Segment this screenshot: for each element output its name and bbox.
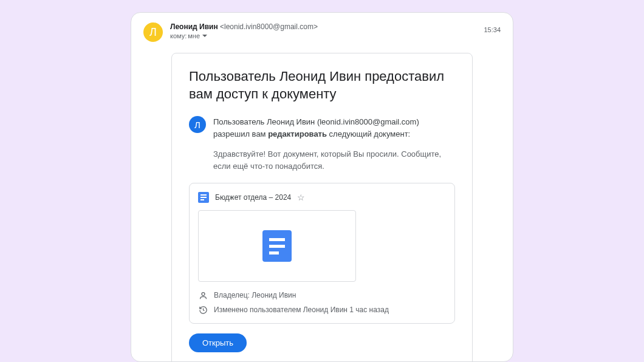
email-card: Л Леонид Ивин <leonid.ivin8000@gmail.com… <box>131 12 513 362</box>
star-icon[interactable]: ☆ <box>297 193 305 202</box>
modified-text: Изменено пользователем Леонид Ивин 1 час… <box>214 306 389 314</box>
email-header: Л Леонид Ивин <leonid.ivin8000@gmail.com… <box>143 22 501 42</box>
sender-name: Леонид Ивин <box>170 22 218 31</box>
sender-email: <leonid.ivin8000@gmail.com> <box>220 22 318 31</box>
recipient-name: мне <box>188 32 200 39</box>
timestamp: 15:34 <box>484 26 501 33</box>
modified-row: Изменено пользователем Леонид Ивин 1 час… <box>198 305 446 315</box>
sender-initial: Л <box>149 26 157 39</box>
share-title: Пользователь Леонид Ивин предоставил вам… <box>189 68 455 103</box>
google-docs-large-icon <box>262 230 292 262</box>
share-action: редактировать <box>268 129 327 138</box>
document-card: Бюджет отдела – 2024 ☆ Владелец: Леонид … <box>189 183 455 324</box>
owner-row: Владелец: Леонид Ивин <box>198 290 446 300</box>
content-panel: Пользователь Леонид Ивин предоставил вам… <box>171 53 473 362</box>
document-preview[interactable] <box>198 210 356 282</box>
open-button[interactable]: Открыть <box>189 333 247 352</box>
google-docs-icon <box>198 192 209 203</box>
sender-block: Леонид Ивин <leonid.ivin8000@gmail.com> … <box>170 22 501 39</box>
chevron-down-icon <box>202 35 207 37</box>
history-icon <box>198 305 208 315</box>
recipient-prefix: кому: <box>170 32 187 39</box>
share-text-post: следующий документ: <box>327 129 410 138</box>
recipient-dropdown[interactable]: кому: мне <box>170 32 501 39</box>
sharer-avatar: Л <box>189 116 206 133</box>
document-name: Бюджет отдела – 2024 <box>215 193 291 202</box>
owner-text: Владелец: Леонид Ивин <box>214 291 296 299</box>
sender-line: Леонид Ивин <leonid.ivin8000@gmail.com> <box>170 22 501 31</box>
person-icon <box>198 290 208 300</box>
share-text: Пользователь Леонид Ивин (leonid.ivin800… <box>213 116 455 140</box>
sharer-row: Л Пользователь Леонид Ивин (leonid.ivin8… <box>189 116 455 140</box>
svg-point-0 <box>202 292 205 295</box>
document-title-row[interactable]: Бюджет отдела – 2024 ☆ <box>198 192 446 203</box>
sender-avatar: Л <box>143 22 163 42</box>
sharer-initial: Л <box>194 120 200 130</box>
message-text: Здравствуйте! Вот документ, который Вы п… <box>213 148 455 172</box>
